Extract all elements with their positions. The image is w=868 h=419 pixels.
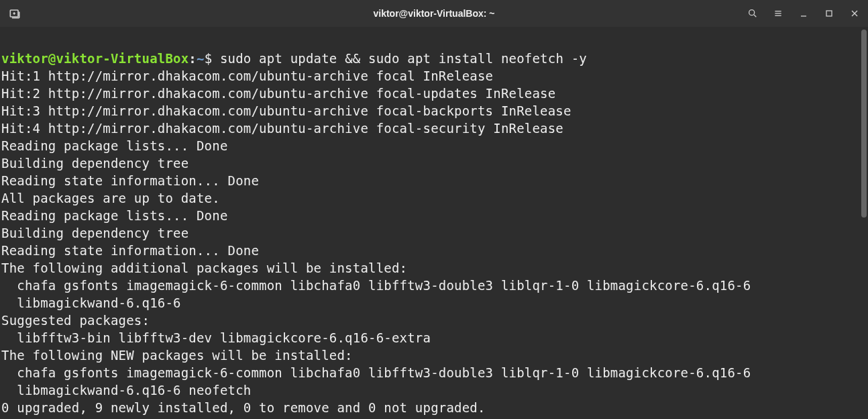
window-title: viktor@viktor-VirtualBox: ~ bbox=[373, 8, 494, 19]
output-line: Building dependency tree bbox=[1, 226, 188, 240]
new-tab-icon[interactable] bbox=[8, 7, 21, 20]
output-line: Reading package lists... Done bbox=[1, 208, 228, 223]
command-text: sudo apt update && sudo apt install neof… bbox=[212, 51, 587, 66]
output-line: chafa gsfonts imagemagick-6-common libch… bbox=[1, 278, 751, 293]
output-line: libfftw3-bin libfftw3-dev libmagickcore-… bbox=[1, 330, 431, 345]
output-line: Hit:2 http://mirror.dhakacom.com/ubuntu-… bbox=[1, 86, 555, 101]
search-icon[interactable] bbox=[747, 8, 758, 19]
output-line: The following additional packages will b… bbox=[1, 261, 407, 275]
output-line: Building dependency tree bbox=[1, 156, 188, 171]
output-line: 0 upgraded, 9 newly installed, 0 to remo… bbox=[1, 400, 486, 415]
output-line: Suggested packages: bbox=[1, 313, 150, 328]
window-titlebar: viktor@viktor-VirtualBox: ~ bbox=[0, 0, 868, 27]
svg-rect-9 bbox=[826, 11, 832, 16]
output-line: Reading package lists... Done bbox=[1, 138, 228, 153]
titlebar-right bbox=[747, 8, 860, 19]
prompt-user-host: viktor@viktor-VirtualBox bbox=[1, 51, 188, 66]
output-line: Reading state information... Done bbox=[1, 173, 259, 188]
terminal-output[interactable]: viktor@viktor-VirtualBox:~$ sudo apt upd… bbox=[0, 27, 868, 419]
output-line: All packages are up to date. bbox=[1, 191, 220, 205]
prompt-path: ~ bbox=[197, 51, 205, 66]
scrollbar-thumb[interactable] bbox=[861, 30, 867, 218]
output-line: libmagickwand-6.q16-6 bbox=[1, 295, 181, 310]
output-line: libmagickwand-6.q16-6 neofetch bbox=[1, 383, 251, 398]
output-line: The following NEW packages will be insta… bbox=[1, 348, 353, 363]
close-icon[interactable] bbox=[849, 8, 860, 19]
svg-line-4 bbox=[754, 15, 756, 17]
titlebar-left bbox=[8, 7, 21, 20]
output-line: Reading state information... Done bbox=[1, 243, 259, 258]
output-line: chafa gsfonts imagemagick-6-common libch… bbox=[1, 365, 751, 380]
menu-icon[interactable] bbox=[773, 8, 783, 19]
svg-point-3 bbox=[749, 10, 755, 15]
output-line: Hit:4 http://mirror.dhakacom.com/ubuntu-… bbox=[1, 121, 563, 136]
output-line: Hit:1 http://mirror.dhakacom.com/ubuntu-… bbox=[1, 68, 493, 83]
output-line: Hit:3 http://mirror.dhakacom.com/ubuntu-… bbox=[1, 103, 572, 118]
prompt-line: viktor@viktor-VirtualBox:~$ sudo apt upd… bbox=[1, 51, 587, 66]
prompt-symbol: $ bbox=[205, 51, 213, 66]
maximize-icon[interactable] bbox=[824, 8, 834, 19]
prompt-separator: : bbox=[188, 51, 197, 66]
minimize-icon[interactable] bbox=[798, 8, 809, 19]
